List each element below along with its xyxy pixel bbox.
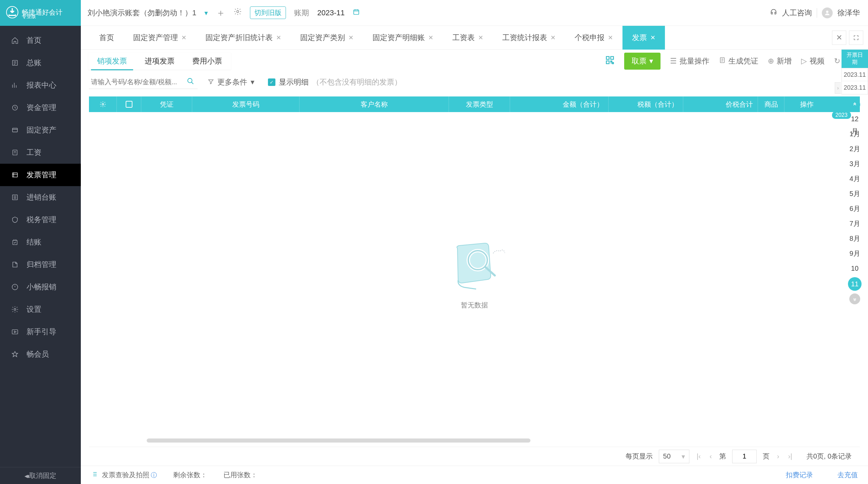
tab[interactable]: 个税申报✕ xyxy=(565,26,622,50)
month-option[interactable]: 2月 xyxy=(848,143,862,155)
month-option[interactable]: 9月 xyxy=(848,247,862,259)
nav-item[interactable]: 结账 xyxy=(0,231,81,253)
qrcode-icon[interactable] xyxy=(605,55,615,67)
close-icon[interactable]: ✕ xyxy=(276,34,281,41)
get-invoice-button[interactable]: 取票 ▾ xyxy=(624,53,661,70)
scrollbar-thumb[interactable] xyxy=(147,438,530,443)
gen-voucher-button[interactable]: 生成凭证 xyxy=(719,56,758,66)
nav-item[interactable]: 进销台账 xyxy=(0,186,81,209)
nav-item[interactable]: 归档管理 xyxy=(0,253,81,276)
tab[interactable]: 首页 xyxy=(90,26,124,50)
tab[interactable]: 工资表✕ xyxy=(443,26,493,50)
nav-item[interactable]: 新手引导 xyxy=(0,321,81,343)
period-label: 账期 xyxy=(294,8,309,18)
month-option[interactable]: 3月 xyxy=(848,158,862,170)
nav-item[interactable]: 固定资产 xyxy=(0,119,81,141)
nav-item[interactable]: 报表中心 xyxy=(0,74,81,96)
calendar-icon[interactable] xyxy=(353,8,360,17)
nav-item[interactable]: 设置 xyxy=(0,298,81,321)
tab[interactable]: 固定资产管理✕ xyxy=(124,26,196,50)
info-icon[interactable]: ⓘ xyxy=(151,471,157,479)
page-size-select[interactable]: 50 ▾ xyxy=(659,450,689,463)
nav-item[interactable]: 小畅报销 xyxy=(0,276,81,298)
batch-button[interactable]: ☰ 批量操作 xyxy=(670,56,709,66)
close-icon[interactable]: ✕ xyxy=(478,34,483,41)
col-invoice-type[interactable]: 发票类型 xyxy=(449,96,510,112)
col-checkbox[interactable] xyxy=(117,96,141,112)
sub-tab[interactable]: 销项发票 xyxy=(88,53,136,70)
fullscreen-button[interactable] xyxy=(849,31,863,45)
video-button[interactable]: ▷ 视频 xyxy=(801,56,825,66)
tab-label: 固定资产类别 xyxy=(300,33,345,43)
close-icon[interactable]: ✕ xyxy=(608,34,613,41)
user-name[interactable]: 徐泽华 xyxy=(837,8,860,18)
switch-old-button[interactable]: 切到旧版 xyxy=(250,6,286,19)
close-all-tabs-button[interactable]: ✕ xyxy=(832,31,846,45)
col-total[interactable]: 价税合计 xyxy=(683,96,758,112)
sidebar-pin-toggle[interactable]: ◂◂ 取消固定 xyxy=(0,467,81,484)
check-scan-link[interactable]: 发票查验及拍照 xyxy=(102,470,149,480)
nav-item[interactable]: 发票管理 xyxy=(0,164,81,186)
month-option[interactable]: 5月 xyxy=(848,187,862,200)
col-settings[interactable] xyxy=(89,96,117,112)
col-tax[interactable]: 税额（合计） xyxy=(609,96,683,112)
col-invoice-code[interactable]: 发票号码 xyxy=(192,96,300,112)
month-option[interactable]: 11月 xyxy=(848,277,862,291)
tab[interactable]: 固定资产明细账✕ xyxy=(363,26,443,50)
sub-tab[interactable]: 费用小票 xyxy=(183,53,231,70)
ai-consult-link[interactable]: 人工咨询 xyxy=(782,8,812,18)
first-page-button[interactable]: |‹ xyxy=(695,452,702,460)
col-goods[interactable]: 商品 xyxy=(758,96,784,112)
month-option[interactable]: 4月 xyxy=(848,173,862,185)
avatar[interactable] xyxy=(822,7,833,18)
search-input[interactable] xyxy=(89,75,198,89)
recharge-link[interactable]: 去充值 xyxy=(837,470,858,480)
more-filter-button[interactable]: 更多条件 ▾ xyxy=(208,77,254,87)
year-range-box[interactable]: 2023.11 2023.11 xyxy=(842,68,868,94)
month-option[interactable]: 6月 xyxy=(848,202,862,215)
gear-icon[interactable] xyxy=(234,7,242,18)
month-option[interactable]: 1月 xyxy=(848,128,862,140)
nav-icon xyxy=(11,59,19,67)
tab[interactable]: 固定资产折旧统计表✕ xyxy=(196,26,291,50)
month-option[interactable]: 7月 xyxy=(848,217,862,230)
search-icon[interactable] xyxy=(187,77,194,87)
nav-item[interactable]: 资金管理 xyxy=(0,96,81,119)
nav-item[interactable]: 畅会员 xyxy=(0,343,81,365)
add-button[interactable]: ⊕ 新增 xyxy=(768,56,792,66)
scroll-down-button[interactable] xyxy=(849,293,860,304)
tab[interactable]: 发票✕ xyxy=(622,26,665,50)
nav-item-label: 工资 xyxy=(26,147,41,158)
col-voucher[interactable]: 凭证 xyxy=(141,96,192,112)
nav-item[interactable]: 税务管理 xyxy=(0,209,81,231)
month-option[interactable]: 8月 xyxy=(848,232,862,245)
scroll-up-button[interactable] xyxy=(849,99,860,110)
deduct-log-link[interactable]: 扣费记录 xyxy=(786,470,813,480)
horizontal-scrollbar[interactable] xyxy=(89,438,860,444)
col-amount[interactable]: 金额（合计） xyxy=(510,96,609,112)
panel-collapse-button[interactable]: › xyxy=(835,82,841,94)
nav-item[interactable]: 首页 xyxy=(0,29,81,52)
close-icon[interactable]: ✕ xyxy=(348,34,354,41)
sub-tab[interactable]: 进项发票 xyxy=(136,53,183,70)
month-option[interactable]: 10月 xyxy=(848,262,862,274)
close-icon[interactable]: ✕ xyxy=(550,34,556,41)
brand-icon xyxy=(6,6,18,18)
account-selector[interactable]: 刘小艳演示账套（勿删勿动！）1 ▾ ＋ 切到旧版 账期 2023-11 xyxy=(88,6,360,19)
next-page-button[interactable]: › xyxy=(776,452,781,460)
chevron-down-icon: ▾ xyxy=(649,57,653,66)
page-input[interactable] xyxy=(732,450,757,463)
close-icon[interactable]: ✕ xyxy=(650,34,655,41)
col-op[interactable]: 操作 xyxy=(784,96,829,112)
close-icon[interactable]: ✕ xyxy=(181,34,186,41)
last-page-button[interactable]: ›| xyxy=(787,452,794,460)
close-icon[interactable]: ✕ xyxy=(428,34,433,41)
show-detail-toggle[interactable]: ✓ 显示明细 （不包含没有明细的发票） xyxy=(268,77,402,87)
tab[interactable]: 工资统计报表✕ xyxy=(493,26,565,50)
prev-page-button[interactable]: ‹ xyxy=(708,452,713,460)
col-customer[interactable]: 客户名称 xyxy=(300,96,449,112)
add-account-icon[interactable]: ＋ xyxy=(216,6,225,19)
nav-item[interactable]: 工资 xyxy=(0,141,81,164)
tab[interactable]: 固定资产类别✕ xyxy=(291,26,363,50)
nav-item[interactable]: 总账 xyxy=(0,52,81,74)
